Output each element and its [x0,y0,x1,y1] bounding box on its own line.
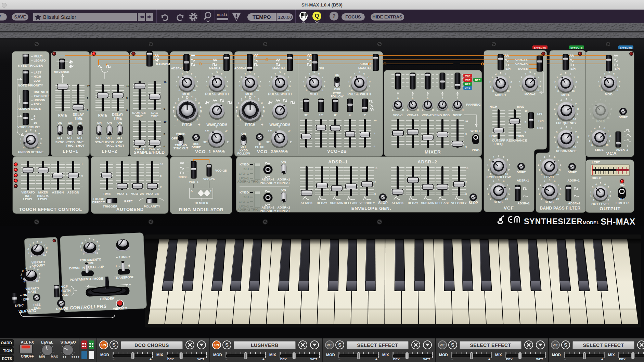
svg-text:6: 6 [363,72,365,75]
svg-text:VCO–2A: VCO–2A [131,192,144,196]
svg-text:10: 10 [320,89,323,92]
svg-text:DRIFT: DRIFT [192,146,201,149]
svg-text:ADSR–2: ADSR–2 [568,202,580,205]
svg-text:8: 8 [197,80,198,83]
svg-text:1: 1 [245,95,246,99]
svg-text:3: 3 [198,101,200,105]
svg-text:7: 7 [558,159,559,162]
svg-text:MANUAL: MANUAL [209,67,222,70]
svg-text:9: 9 [577,141,578,144]
svg-text:0: 0 [541,173,542,176]
svg-text:ON: ON [335,73,339,77]
svg-text:6: 6 [237,114,239,118]
svg-text:0: 0 [457,97,458,99]
svg-text:8: 8 [40,137,42,140]
svg-text:ADSR–2: ADSR–2 [417,159,437,164]
svg-text:10: 10 [607,117,609,120]
svg-text:2: 2 [487,163,488,166]
svg-text:+: + [198,122,200,127]
svg-text:PULSE WIDTH: PULSE WIDTH [348,92,371,96]
svg-text:5: 5 [374,132,375,135]
svg-text:ADSR–1 TRIG.: ADSR–1 TRIG. [237,179,259,183]
svg-text:5: 5 [126,96,128,99]
svg-text:S/H: S/H [570,67,576,70]
svg-text:0: 0 [593,199,594,202]
svg-text:0: 0 [306,89,307,92]
svg-text:2: 2 [538,188,539,191]
svg-text:VCO–2B: VCO–2B [327,149,347,154]
svg-text:INIT: INIT [25,194,31,198]
svg-text:5: 5 [599,125,600,129]
svg-text:2': 2' [289,140,292,144]
svg-text:10: 10 [465,119,468,122]
svg-text:ON: ON [97,121,102,124]
svg-text:DELAY: DELAY [112,113,124,117]
svg-text:2: 2 [489,81,491,84]
svg-text:OFF: OFF [106,136,113,139]
svg-text:LOW: LOW [490,134,497,138]
svg-text:5: 5 [186,71,188,74]
svg-text:10: 10 [525,109,527,112]
svg-text:OFF: OFF [334,88,340,91]
svg-text:2: 2 [176,80,177,83]
svg-text:9: 9 [609,139,610,143]
svg-text:0: 0 [272,89,273,92]
svg-text:10: 10 [160,163,163,166]
svg-text:1: 1 [555,141,556,144]
svg-text:EFFECTS: EFFECTS [534,46,546,49]
svg-text:POLARITY: POLARITY [260,209,276,213]
svg-text:ASSIGN MODE: ASSIGN MODE [17,107,41,110]
svg-text:10: 10 [126,84,129,87]
svg-text:9: 9 [610,112,611,116]
svg-text:4: 4 [263,105,265,109]
svg-text:VCO–2A: VCO–2A [257,149,277,154]
svg-text:L: L [437,109,438,111]
svg-text:3: 3 [305,75,306,78]
svg-text:7: 7 [574,76,575,79]
svg-text:9: 9 [539,85,541,88]
svg-text:2: 2 [554,135,555,138]
svg-text:FREQUENCY: FREQUENCY [556,121,577,125]
svg-text:10: 10 [286,89,289,92]
svg-text:RATE: RATE [58,113,67,117]
svg-text:6: 6 [284,72,285,75]
svg-text:RANGE: RANGE [213,149,225,153]
svg-text:– 8: – 8 [31,118,35,121]
svg-text:3: 3 [592,186,593,189]
svg-text:5: 5 [359,71,360,74]
svg-text:0: 0 [164,145,165,148]
svg-text:10: 10 [87,84,90,87]
svg-text:RING M.: RING M. [37,194,49,198]
svg-text:4: 4 [236,105,238,109]
svg-text:10: 10 [606,199,609,202]
svg-text:S/H: S/H [319,67,324,70]
svg-text:5: 5 [529,71,531,74]
svg-text:6: 6 [605,100,606,103]
svg-text:1: 1 [21,277,23,280]
svg-text:6: 6 [570,73,571,76]
svg-text:O: O [186,96,189,99]
svg-text:3: 3 [261,101,263,105]
svg-text:32': 32' [266,140,270,144]
svg-text:DRIFT: DRIFT [568,171,577,174]
svg-text:10: 10 [164,81,166,84]
svg-text:LPF: LPF [537,112,543,116]
svg-text:3: 3 [540,159,541,162]
svg-text:7: 7 [258,75,259,78]
svg-text:10: 10 [615,89,618,92]
svg-text:VCO–2A: VCO–2A [203,177,215,181]
svg-text:VCO–2B: VCO–2B [422,113,434,117]
svg-text:FOLLOW: FOLLOW [237,152,250,155]
svg-text:DECAY: DECAY [317,201,327,205]
svg-text:0: 0 [557,146,559,149]
svg-text:– ONE NOTE: – ONE NOTE [31,90,49,94]
svg-text:DRIFT: DRIFT [517,171,526,174]
svg-text:VCO–2B: VCO–2B [515,63,528,66]
svg-text:OFF: OFF [57,136,63,139]
svg-text:2: 2 [538,163,539,166]
svg-text:2: 2 [588,135,590,138]
svg-text:LFO–2: LFO–2 [102,149,117,154]
svg-text:0: 0 [126,109,128,112]
svg-text:B: B [259,142,261,145]
svg-text:1: 1 [589,139,590,143]
